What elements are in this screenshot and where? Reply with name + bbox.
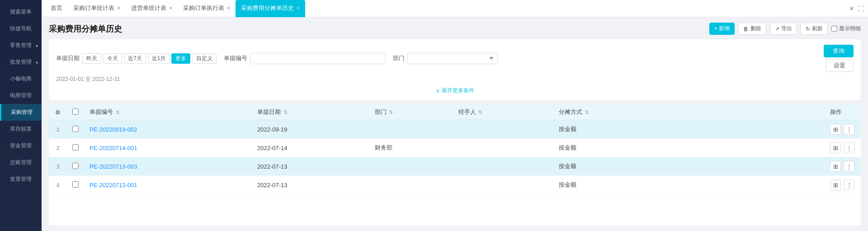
tab-home-label: 首页 (51, 4, 62, 12)
sidebar-item-ledger[interactable]: 总账管理 (0, 154, 42, 171)
sidebar-item-search[interactable]: 搜索菜单 (0, 4, 42, 20)
row-handler (453, 176, 553, 194)
close-icon[interactable]: × (227, 5, 230, 11)
refresh-button[interactable]: ↻ 刷新 (801, 23, 828, 35)
page-header: 采购费用分摊单历史 + 新增 🗑 删除 ↗ 导出 ↻ 刷新 显示明细 (49, 23, 861, 35)
op-more-button[interactable]: ⋮ (844, 124, 854, 135)
sidebar-item-invoice[interactable]: 发票管理 (0, 171, 42, 188)
delete-button[interactable]: 🗑 删除 (738, 23, 766, 35)
row-checkbox[interactable] (72, 181, 79, 188)
refresh-icon: ↻ (806, 26, 810, 32)
row-checkbox-cell (67, 120, 84, 139)
doc-no-input[interactable] (250, 53, 386, 64)
doc-no-link[interactable]: PE-20220713-001 (90, 182, 137, 189)
tab-incoming-stats[interactable]: 进货单统计表 × (126, 0, 178, 17)
row-num: 3 (49, 157, 67, 176)
date-btn-more[interactable]: 更多 (171, 53, 190, 64)
settings-button[interactable]: 设置 (826, 59, 854, 72)
tab-label: 进货单统计表 (131, 4, 166, 12)
doc-no-link[interactable]: PE-20220714-001 (90, 145, 137, 151)
refresh-label: 刷新 (812, 25, 823, 33)
table-row: 2 PE-20220714-001 2022-07-14 财务部 按金额 ⊞ ⋮ (49, 139, 861, 157)
col-checkbox (67, 104, 84, 120)
close-icon[interactable]: × (169, 5, 172, 11)
date-btn-today[interactable]: 今天 (103, 53, 122, 64)
date-filter-group: 单据日期 昨天 今天 近7天 近1月 更多 自定义 (56, 53, 217, 64)
col-dept[interactable]: 部门 ⇅ (369, 104, 453, 120)
show-columns-checkbox[interactable] (831, 26, 837, 32)
row-doc-date: 2022-07-13 (252, 176, 369, 194)
col-handler-label: 经手人 (458, 108, 476, 115)
op-more-button[interactable]: ⋮ (844, 161, 854, 172)
doc-no-link[interactable]: PE-20220713-003 (90, 163, 137, 170)
fullscreen-icon[interactable]: ⛶ (858, 5, 864, 12)
row-checkbox[interactable] (72, 163, 79, 169)
sidebar-item-retail[interactable]: 零售管理 ▾ (0, 37, 42, 54)
sidebar-item-label: 资金管理 (0, 142, 42, 150)
show-columns-label-text: 显示明细 (839, 25, 861, 33)
tab-label: 采购订单执行表 (183, 4, 224, 12)
show-columns-toggle[interactable]: 显示明细 (831, 25, 861, 33)
col-doc-no[interactable]: 单据编号 ⇅ (84, 104, 252, 120)
date-btn-7days[interactable]: 近7天 (124, 53, 146, 64)
col-dept-label: 部门 (375, 108, 387, 115)
col-doc-no-label: 单据编号 (90, 108, 113, 115)
tab-purchase-cost-history[interactable]: 采购费用分摊单历史 × (236, 0, 305, 17)
close-icon[interactable]: × (297, 5, 300, 11)
row-checkbox[interactable] (72, 144, 79, 151)
row-checkbox-cell (67, 139, 84, 157)
date-range-text: 2022-01-01 至 2022-12-31 (56, 75, 120, 83)
op-more-button[interactable]: ⋮ (844, 179, 854, 190)
sort-icon: ⇅ (478, 109, 482, 115)
op-view-button[interactable]: ⊞ (830, 179, 841, 190)
chevron-down-icon: ▾ (36, 60, 38, 65)
filter-row-1: 单据日期 昨天 今天 近7天 近1月 更多 自定义 单据编号 (56, 45, 854, 72)
op-view-button[interactable]: ⊞ (830, 161, 841, 172)
sidebar-item-ecommerce[interactable]: 电商管理 (0, 87, 42, 104)
query-button[interactable]: 查询 (824, 45, 854, 57)
add-button[interactable]: + 新增 (709, 23, 735, 35)
sidebar-item-purchase[interactable]: 采购管理 (0, 104, 42, 121)
tab-purchase-exec[interactable]: 采购订单执行表 × (178, 0, 236, 17)
close-all-icon[interactable]: ✕ (849, 5, 854, 12)
export-icon: ↗ (775, 26, 779, 32)
delete-icon: 🗑 (743, 26, 749, 32)
col-handler[interactable]: 经手人 ⇅ (453, 104, 553, 120)
op-view-button[interactable]: ⊞ (830, 124, 841, 135)
sidebar-item-finance[interactable]: 资金管理 (0, 137, 42, 154)
export-button[interactable]: ↗ 导出 (770, 23, 797, 35)
tab-home[interactable]: 首页 (45, 0, 68, 17)
sidebar-item-mini[interactable]: 小畅电商 (0, 71, 42, 87)
table-row: 4 PE-20220713-001 2022-07-13 按金额 ⊞ ⋮ (49, 176, 861, 194)
sidebar-item-wholesale[interactable]: 批发管理 ▾ (0, 54, 42, 71)
op-view-button[interactable]: ⊞ (830, 142, 841, 153)
sidebar-item-inventory[interactable]: 库存核算 (0, 121, 42, 137)
sidebar-item-label: 发票管理 (0, 175, 42, 183)
page-content: 采购费用分摊单历史 + 新增 🗑 删除 ↗ 导出 ↻ 刷新 显示明细 (42, 17, 868, 231)
date-btn-1month[interactable]: 近1月 (148, 53, 170, 64)
sidebar-item-shortcut[interactable]: 快捷导航 (0, 20, 42, 37)
row-checkbox[interactable] (72, 126, 79, 132)
expand-more-button[interactable]: ∨ 展开更多条件 (436, 87, 474, 94)
op-more-button[interactable]: ⋮ (844, 142, 854, 153)
doc-no-link[interactable]: PE-20220919-002 (90, 126, 137, 133)
date-btn-custom[interactable]: 自定义 (192, 53, 217, 64)
tab-purchase-order-stats[interactable]: 采购订单统计表 × (68, 0, 126, 17)
col-split-method[interactable]: 分摊方式 ⇅ (553, 104, 825, 120)
row-doc-date: 2022-09-19 (252, 120, 369, 139)
col-settings[interactable]: ⚙ (49, 104, 67, 120)
data-table: ⚙ 单据编号 ⇅ 单据日期 ⇅ (49, 104, 861, 194)
row-split-method: 按金额 (553, 157, 825, 176)
row-checkbox-cell (67, 176, 84, 194)
select-all-checkbox[interactable] (72, 108, 79, 115)
row-ops: ⊞ ⋮ (825, 157, 861, 176)
sort-icon: ⇅ (389, 109, 393, 115)
col-doc-date[interactable]: 单据日期 ⇅ (252, 104, 369, 120)
dept-select[interactable] (407, 53, 498, 64)
query-settings-group: 查询 设置 (824, 45, 854, 72)
date-btn-yesterday[interactable]: 昨天 (82, 53, 101, 64)
col-split-method-label: 分摊方式 (559, 108, 582, 115)
close-icon[interactable]: × (117, 5, 120, 11)
doc-no-filter-group: 单据编号 (224, 53, 386, 64)
delete-label: 删除 (750, 25, 761, 33)
